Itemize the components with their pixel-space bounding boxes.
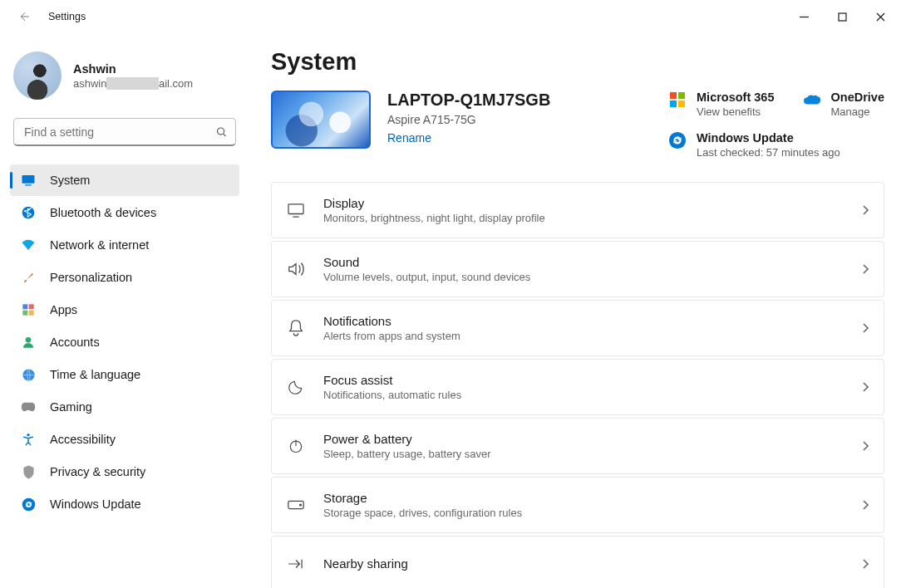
chevron-right-icon bbox=[862, 500, 869, 510]
globe-icon bbox=[20, 366, 37, 383]
back-button[interactable] bbox=[13, 5, 37, 28]
gamepad-icon bbox=[20, 399, 37, 415]
moon-icon bbox=[287, 378, 305, 396]
chevron-right-icon bbox=[862, 323, 869, 333]
titlebar: Settings bbox=[0, 0, 906, 33]
nav-label: Gaming bbox=[50, 400, 92, 414]
wifi-icon bbox=[20, 237, 37, 253]
accessibility-icon bbox=[20, 431, 37, 448]
nav-label: Privacy & security bbox=[50, 465, 145, 478]
sidebar-item-gaming[interactable]: Gaming bbox=[10, 391, 239, 423]
status-windows-update[interactable]: Windows UpdateLast checked: 57 minutes a… bbox=[668, 131, 884, 159]
onedrive-icon bbox=[803, 91, 821, 109]
svg-rect-15 bbox=[670, 100, 677, 107]
device-model: Aspire A715-75G bbox=[387, 113, 550, 126]
svg-rect-6 bbox=[29, 304, 34, 309]
sidebar-item-accounts[interactable]: Accounts bbox=[10, 326, 239, 358]
maximize-button[interactable] bbox=[823, 3, 861, 30]
chevron-right-icon bbox=[862, 205, 869, 215]
close-button[interactable] bbox=[861, 3, 899, 30]
svg-rect-16 bbox=[678, 100, 685, 107]
sidebar-item-time[interactable]: Time & language bbox=[10, 359, 239, 390]
device-thumbnail[interactable] bbox=[271, 91, 371, 149]
display-icon bbox=[287, 201, 305, 219]
update-icon bbox=[20, 496, 37, 512]
svg-point-9 bbox=[26, 337, 32, 343]
nav-label: Network & internet bbox=[50, 238, 149, 252]
svg-rect-0 bbox=[839, 13, 846, 21]
svg-rect-14 bbox=[678, 92, 685, 99]
window-title: Settings bbox=[48, 11, 86, 22]
bell-icon bbox=[287, 319, 305, 337]
chevron-right-icon bbox=[862, 441, 869, 451]
device-header: LAPTOP-Q1MJ7SGB Aspire A715-75G Rename M… bbox=[271, 91, 884, 159]
device-name: LAPTOP-Q1MJ7SGB bbox=[387, 91, 550, 110]
profile-email: ashwinxxxxxxxxxail.com bbox=[73, 77, 193, 90]
svg-point-21 bbox=[300, 504, 302, 506]
sidebar-item-personalization[interactable]: Personalization bbox=[10, 262, 239, 293]
nav-label: Accounts bbox=[50, 336, 100, 349]
svg-rect-7 bbox=[22, 311, 27, 316]
nav-label: System bbox=[50, 174, 90, 187]
windows-update-icon bbox=[668, 131, 687, 149]
nav-label: Bluetooth & devices bbox=[50, 206, 156, 219]
profile-block[interactable]: Ashwin ashwinxxxxxxxxxail.com bbox=[13, 51, 234, 100]
minimize-button[interactable] bbox=[785, 3, 823, 30]
item-display[interactable]: DisplayMonitors, brightness, night light… bbox=[271, 182, 884, 238]
sidebar-item-apps[interactable]: Apps bbox=[10, 294, 239, 326]
nav-label: Accessibility bbox=[50, 433, 116, 446]
svg-rect-3 bbox=[25, 184, 32, 185]
status-microsoft365[interactable]: Microsoft 365View benefits bbox=[668, 91, 774, 118]
share-icon bbox=[287, 555, 305, 573]
sidebar-item-accessibility[interactable]: Accessibility bbox=[10, 424, 239, 455]
svg-rect-13 bbox=[670, 92, 677, 99]
svg-rect-2 bbox=[22, 175, 35, 184]
page-title: System bbox=[271, 48, 884, 76]
profile-name: Ashwin bbox=[73, 62, 193, 76]
chevron-right-icon bbox=[862, 559, 869, 569]
nav-label: Time & language bbox=[50, 368, 140, 381]
status-onedrive[interactable]: OneDriveManage bbox=[803, 91, 884, 118]
item-sound[interactable]: SoundVolume levels, output, input, sound… bbox=[271, 241, 884, 297]
sidebar-item-privacy[interactable]: Privacy & security bbox=[10, 456, 239, 488]
chevron-right-icon bbox=[862, 382, 869, 392]
main-content: System LAPTOP-Q1MJ7SGB Aspire A715-75G R… bbox=[249, 33, 906, 588]
sidebar-item-network[interactable]: Network & internet bbox=[10, 229, 239, 261]
item-storage[interactable]: StorageStorage space, drives, configurat… bbox=[271, 477, 884, 533]
rename-link[interactable]: Rename bbox=[387, 131, 431, 145]
chevron-right-icon bbox=[862, 264, 869, 274]
person-icon bbox=[20, 334, 37, 350]
search-container bbox=[13, 118, 236, 146]
item-focus-assist[interactable]: Focus assistNotifications, automatic rul… bbox=[271, 359, 884, 415]
nav-label: Windows Update bbox=[50, 497, 141, 511]
sidebar-item-bluetooth[interactable]: Bluetooth & devices bbox=[10, 197, 239, 228]
apps-icon bbox=[20, 301, 37, 318]
svg-rect-8 bbox=[29, 311, 34, 316]
sidebar: Ashwin ashwinxxxxxxxxxail.com System Blu… bbox=[0, 33, 249, 588]
m365-icon bbox=[668, 91, 687, 109]
nav-label: Personalization bbox=[50, 271, 132, 284]
avatar bbox=[13, 51, 62, 100]
settings-list: DisplayMonitors, brightness, night light… bbox=[271, 182, 884, 588]
nav-label: Apps bbox=[50, 303, 77, 316]
search-input[interactable] bbox=[13, 118, 236, 146]
item-nearby-sharing[interactable]: Nearby sharing bbox=[271, 536, 884, 588]
sidebar-item-system[interactable]: System bbox=[10, 164, 239, 196]
bluetooth-icon bbox=[20, 204, 37, 221]
system-icon bbox=[20, 172, 37, 189]
sound-icon bbox=[287, 260, 305, 278]
svg-point-11 bbox=[27, 434, 29, 436]
item-power[interactable]: Power & batterySleep, battery usage, bat… bbox=[271, 418, 884, 474]
svg-rect-18 bbox=[288, 204, 303, 214]
svg-rect-5 bbox=[22, 304, 27, 309]
nav: System Bluetooth & devices Network & int… bbox=[10, 164, 239, 520]
sidebar-item-update[interactable]: Windows Update bbox=[10, 488, 239, 520]
item-notifications[interactable]: NotificationsAlerts from apps and system bbox=[271, 300, 884, 356]
power-icon bbox=[287, 437, 305, 455]
brush-icon bbox=[20, 269, 37, 286]
storage-icon bbox=[287, 496, 305, 514]
shield-icon bbox=[20, 463, 37, 480]
